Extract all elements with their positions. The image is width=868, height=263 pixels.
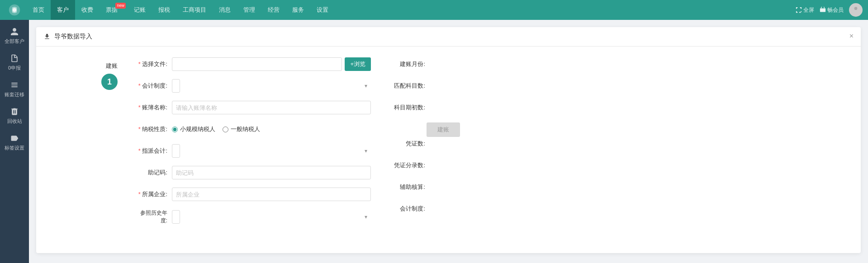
reference-year-select-wrapper [172, 210, 371, 224]
dialog-body: 建账 1 选择文件: +浏览 会计制度: [36, 47, 861, 244]
subject-initial-label: 科目期初数: [389, 103, 430, 112]
step-circle: 1 [101, 74, 118, 90]
accountant-select[interactable] [172, 144, 180, 158]
match-subjects-label: 匹配科目数: [389, 82, 430, 90]
nav-item-tax[interactable]: 报税 [152, 0, 176, 20]
nav-item-home[interactable]: 首页 [26, 0, 51, 20]
tax-type-small-input[interactable] [172, 127, 178, 132]
sidebar-item-label-settings[interactable]: 标签设置 [1, 130, 28, 155]
user-avatar[interactable] [849, 3, 863, 17]
nav-item-business[interactable]: 工商项目 [176, 0, 213, 20]
file-input-group: +浏览 [172, 57, 371, 71]
top-navigation: 首页 客户 收费 票据 new 记账 报税 工商项目 消息 管理 经营 服务 设… [0, 0, 868, 20]
subject-initial-row: 科目期初数: [389, 101, 498, 114]
svg-point-3 [854, 7, 858, 10]
svg-rect-2 [820, 9, 825, 12]
accounting-system-row: 会计制度: [136, 79, 371, 93]
sidebar: 全部客户 0申报 账套迁移 回收站 标签设置 [0, 20, 29, 263]
form-section: 选择文件: +浏览 会计制度: [127, 57, 380, 233]
dialog-header: 导爷数据导入 [36, 27, 861, 47]
auxiliary-row: 辅助核算: [389, 180, 498, 194]
accountant-row: 指派会计: [136, 144, 371, 158]
accounting-system-label: 会计制度: [136, 82, 172, 90]
accounting-system-info-label: 会计制度: [389, 205, 430, 213]
nav-item-settings[interactable]: 设置 [310, 0, 335, 20]
file-text-input[interactable] [172, 57, 342, 71]
vouchers-label: 凭证数: [389, 140, 430, 148]
sidebar-item-zero-declare[interactable]: 0申报 [1, 50, 28, 75]
nav-item-invoice[interactable]: 票据 new [100, 0, 128, 20]
file-row: 选择文件: +浏览 [136, 57, 371, 71]
import-icon [43, 33, 51, 40]
select-file-label: 选择文件: [136, 60, 172, 68]
nav-item-operation[interactable]: 经营 [261, 0, 286, 20]
app-logo[interactable] [5, 0, 24, 20]
sidebar-item-all-customers[interactable]: 全部客户 [1, 23, 28, 48]
accounting-system-info-row: 会计制度: [389, 202, 498, 216]
nav-item-customer[interactable]: 客户 [51, 0, 75, 20]
sidebar-item-account-migration[interactable]: 账套迁移 [1, 77, 28, 102]
main-layout: 全部客户 0申报 账套迁移 回收站 标签设置 导爷数据导入 × [0, 20, 868, 263]
reference-year-row: 参照历史年度: [136, 209, 371, 225]
tax-type-radio-group: 小规模纳税人 一般纳税人 [172, 122, 260, 136]
tax-type-row: 纳税性质: 小规模纳税人 一般纳税人 [136, 122, 371, 136]
nav-right: 全屏 畅会员 [796, 3, 868, 17]
accountant-label: 指派会计: [136, 147, 172, 155]
auxiliary-label: 辅助核算: [389, 183, 430, 191]
nav-item-message[interactable]: 消息 [213, 0, 237, 20]
browse-button[interactable]: +浏览 [345, 57, 371, 71]
memo-code-label: 助记码: [136, 169, 172, 177]
vip-button[interactable]: 畅会员 [820, 6, 844, 14]
accounting-system-select[interactable] [172, 79, 180, 93]
nav-item-bookkeeping[interactable]: 记账 [128, 0, 152, 20]
new-badge: new [115, 3, 126, 9]
voucher-entries-row: 凭证分录数: [389, 159, 498, 172]
accounting-system-select-wrapper [172, 79, 371, 93]
dialog-close-button[interactable]: × [849, 33, 854, 40]
reference-year-label: 参照历史年度: [136, 209, 172, 225]
sidebar-item-recycle-bin[interactable]: 回收站 [1, 103, 28, 128]
account-month-label: 建账月份: [389, 60, 430, 68]
account-month-row: 建账月份: [389, 57, 498, 71]
main-content: 导爷数据导入 × 建账 1 选择文件: +浏览 [29, 20, 868, 263]
svg-point-1 [13, 8, 17, 12]
nav-items: 首页 客户 收费 票据 new 记账 报税 工商项目 消息 管理 经营 服务 设… [26, 0, 796, 20]
nav-item-manage[interactable]: 管理 [237, 0, 261, 20]
dialog-title: 导爷数据导入 [54, 33, 92, 41]
nav-item-service[interactable]: 服务 [286, 0, 310, 20]
ledger-name-row: 账簿名称: [136, 101, 371, 114]
accountant-select-wrapper [172, 144, 371, 158]
step-label: 建账 [106, 62, 118, 70]
tax-type-label: 纳税性质: [136, 125, 172, 133]
memo-code-row: 助记码: [136, 166, 371, 179]
tax-type-general-radio[interactable]: 一般纳税人 [223, 125, 260, 133]
match-subjects-row: 匹配科目数: [389, 79, 498, 93]
company-input[interactable] [172, 188, 371, 201]
vouchers-row: 凭证数: [389, 137, 498, 150]
reference-year-select[interactable] [172, 210, 180, 224]
create-button-row: 建账 [389, 122, 498, 137]
tax-type-small-radio[interactable]: 小规模纳税人 [172, 125, 215, 133]
memo-code-input[interactable] [172, 166, 371, 179]
step-section: 建账 1 [36, 57, 127, 233]
create-account-button[interactable]: 建账 [427, 122, 460, 137]
nav-item-fee[interactable]: 收费 [75, 0, 100, 20]
tax-type-general-input[interactable] [223, 127, 228, 132]
dialog-card: 导爷数据导入 × 建账 1 选择文件: +浏览 [36, 27, 861, 253]
ledger-name-label: 账簿名称: [136, 103, 172, 112]
voucher-entries-label: 凭证分录数: [389, 161, 430, 169]
ledger-name-input[interactable] [172, 101, 371, 114]
company-label: 所属企业: [136, 190, 172, 198]
fullscreen-button[interactable]: 全屏 [796, 6, 814, 14]
info-section: 建账月份: 匹配科目数: 科目期初数: 建账 凭证 [380, 57, 507, 233]
company-row: 所属企业: [136, 188, 371, 201]
